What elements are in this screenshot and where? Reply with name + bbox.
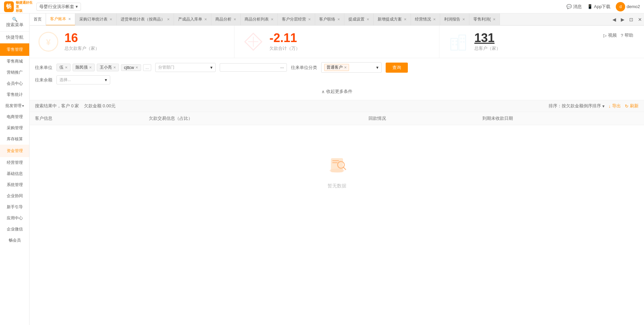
surplus-filter[interactable]: 选择... ▾ [56, 75, 110, 84]
tab-profit-report[interactable]: 利润报告 ✕ [440, 13, 469, 26]
tab-close-all-button[interactable]: ✕ [636, 17, 644, 22]
tab-operations-status[interactable]: 经营情况 ✕ [411, 13, 440, 26]
tab-customer-contact[interactable]: 客户联络 ✕ [315, 13, 344, 26]
sidebar-item-retail-management[interactable]: 零售管理 [0, 43, 29, 56]
filter-tag-close-icon[interactable]: ✕ [135, 66, 138, 69]
filter-area: 往来单位 伍 ✕ 陈民强 ✕ 王小亮 ✕ [30, 58, 644, 100]
col-payment: 回款情况 [363, 112, 477, 125]
tab-close-icon[interactable]: ✕ [462, 17, 465, 21]
tab-new-prompt-plan[interactable]: 新增提成方案 ✕ [374, 13, 411, 26]
tab-customer-segment[interactable]: 客户分层经营 ✕ [278, 13, 315, 26]
chevron-down-icon: ▾ [22, 104, 24, 108]
unit-category-value: 普通客户 [327, 65, 343, 70]
tab-prompt-settings[interactable]: 提成设置 ✕ [344, 13, 374, 26]
app-download-button[interactable]: 📱 App下载 [587, 4, 610, 10]
tab-product-analysis[interactable]: 商品分析 ✕ [211, 13, 241, 26]
sidebar-quick-nav[interactable]: 快捷导航 [0, 32, 29, 43]
tab-close-icon[interactable]: ✕ [110, 17, 112, 21]
tab-home[interactable]: 首页 [30, 13, 46, 26]
sidebar-item-marketing[interactable]: 营销推广 [0, 67, 29, 78]
tab-close-icon[interactable]: ✕ [367, 17, 369, 21]
sidebar-item-enterprise[interactable]: 企业协同 [0, 190, 29, 202]
dots-icon[interactable]: ··· [280, 65, 284, 70]
tab-close-icon[interactable]: ✕ [433, 17, 436, 21]
company-selector[interactable]: 母婴行业演示帐套 ▾ [36, 3, 81, 11]
person-filter[interactable]: ··· [220, 63, 287, 72]
svg-rect-17 [332, 162, 338, 163]
svg-rect-12 [460, 41, 462, 43]
chevron-down-icon: ▾ [602, 104, 605, 109]
sidebar-item-app-center[interactable]: 应用中心 [0, 213, 29, 224]
sidebar-item-retail-stats[interactable]: 零售统计 [0, 89, 29, 100]
col-overdue-date: 到期未收款日期 [477, 112, 644, 125]
empty-text: 暂无数据 [328, 183, 346, 189]
sidebar-item-purchase[interactable]: 采购管理 [0, 122, 29, 134]
sidebar-label: 企业微信 [7, 227, 23, 231]
tab-retail-profit[interactable]: 零售利润( ✕ [469, 13, 500, 26]
sidebar-item-inventory[interactable]: 库存核算 [0, 134, 29, 145]
tab-close-icon[interactable]: ✕ [271, 17, 273, 21]
sidebar-item-operations[interactable]: 经营管理 [0, 157, 29, 168]
messages-button[interactable]: 💬 消息 [566, 4, 582, 10]
help-button[interactable]: ? 帮助 [621, 32, 633, 38]
unit-category-label: 往来单位分类 [291, 65, 317, 71]
filter-tag-3[interactable]: cjttcw ✕ [121, 64, 141, 71]
tab-close-icon[interactable]: ✕ [308, 17, 311, 21]
table-header-row: 客户信息 欠款交易信息（占比） 回款情况 到期未收款日期 [30, 112, 644, 125]
tab-prev-button[interactable]: ◀ [610, 17, 618, 22]
filter-tags: 伍 ✕ 陈民强 ✕ 王小亮 ✕ cjttcw ✕ [56, 64, 151, 71]
sidebar-label: 营销推广 [7, 70, 23, 75]
sidebar-item-new-guide[interactable]: 新手引导 [0, 202, 29, 213]
refresh-button[interactable]: ↻ 刷新 [625, 103, 639, 109]
tab-close-icon[interactable]: ✕ [167, 17, 170, 21]
tab-close-icon[interactable]: ✕ [493, 17, 496, 21]
video-button[interactable]: ▷ 视频 [603, 32, 617, 38]
tab-product-inbound[interactable]: 产成品入库单 ✕ [174, 13, 211, 26]
unit-category-tag[interactable]: 普通客户 ✕ [324, 64, 349, 71]
sidebar-item-wholesale[interactable]: 批发管理 ▾ [0, 100, 29, 111]
sidebar-item-system[interactable]: 系统管理 [0, 179, 29, 190]
tab-close-icon[interactable]: ✕ [337, 17, 340, 21]
sidebar-search[interactable]: 🔍 搜索菜单 [0, 13, 29, 32]
sort-select[interactable]: 排序：按欠款金额倒序排序 ▾ [549, 103, 605, 109]
filter-tag-0[interactable]: 伍 ✕ [56, 64, 71, 71]
sidebar-label: 零售统计 [7, 92, 23, 97]
export-button[interactable]: ↓ 导出 [609, 103, 621, 109]
sidebar-label: 电商管理 [7, 114, 23, 119]
collapse-button[interactable]: ∧ 收起更多条件 [35, 87, 639, 96]
filter-tag-close-icon[interactable]: ✕ [89, 66, 92, 69]
sidebar-item-basic-info[interactable]: 基础信息 [0, 168, 29, 179]
sidebar-item-retail-mall[interactable]: 零售商城 [0, 56, 29, 67]
tab-product-analysis-list[interactable]: 商品分析列表 ✕ [241, 13, 278, 26]
tab-close-icon[interactable]: ✕ [233, 17, 236, 21]
filter-more-button[interactable]: ... [143, 64, 151, 71]
tab-close-icon[interactable]: ✕ [204, 17, 207, 21]
tab-next-button[interactable]: ▶ [619, 17, 627, 22]
search-icon: 🔍 [12, 17, 17, 22]
sidebar-item-member[interactable]: 畅会员 [0, 235, 29, 246]
tab-customer-book[interactable]: 客户账本 ✕ [46, 13, 75, 26]
unit-category-tag-close-icon[interactable]: ✕ [344, 66, 347, 69]
filter-tag-close-icon[interactable]: ✕ [65, 66, 68, 69]
filter-tag-close-icon[interactable]: ✕ [113, 66, 116, 69]
sidebar-item-finance[interactable]: 资金管理 [0, 145, 29, 157]
filter-tag-2[interactable]: 王小亮 ✕ [97, 64, 119, 71]
sidebar-item-ecommerce[interactable]: 电商管理 [0, 111, 29, 122]
tab-label: 零售利润( [473, 16, 491, 22]
unit-category-filter[interactable]: 普通客户 ✕ ▾ [321, 62, 382, 73]
query-button[interactable]: 查询 [386, 63, 408, 73]
tab-maximize-button[interactable]: ⊡ [627, 17, 635, 22]
sidebar-item-enterprise-wechat[interactable]: 企业微信 [0, 224, 29, 235]
user-profile[interactable]: d demo2 [616, 2, 640, 11]
stat-overdue-amount: -2.11 欠款合计（万） [234, 26, 439, 58]
stat-overdue-customers: ¥ 16 总欠款客户（家） [30, 26, 234, 58]
tab-close-icon[interactable]: ✕ [404, 17, 406, 21]
customer-count: 0 [71, 103, 74, 108]
department-filter[interactable]: 分管部门 ▾ [155, 63, 216, 72]
sidebar-item-member-center[interactable]: 会员中心 [0, 78, 29, 89]
help-label: 帮助 [625, 32, 633, 38]
filter-tag-1[interactable]: 陈民强 ✕ [73, 64, 95, 71]
tab-goods-stats[interactable]: 进货单统计表（按商品） ✕ [117, 13, 174, 26]
tab-purchase-order-stats[interactable]: 采购订单统计表 ✕ [75, 13, 117, 26]
tab-close-icon[interactable]: ✕ [68, 17, 71, 21]
